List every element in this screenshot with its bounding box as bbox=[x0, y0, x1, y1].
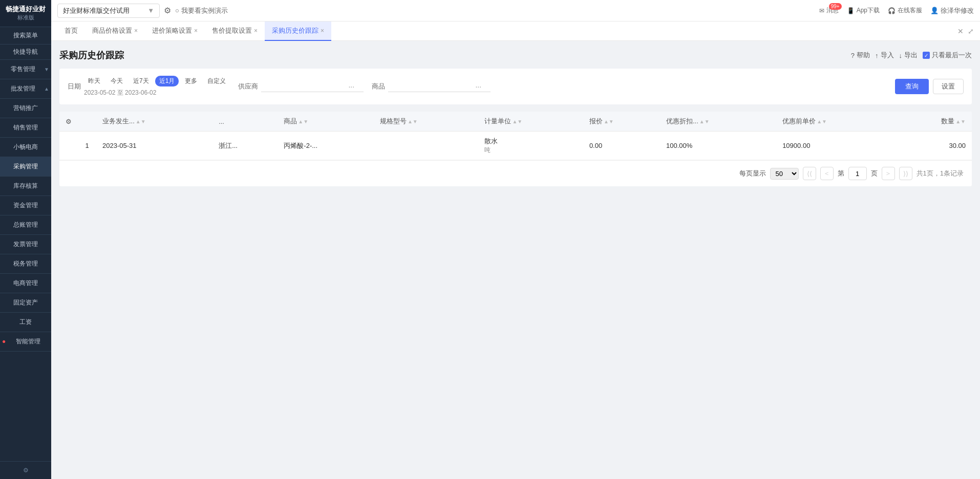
user-label: 徐泽华修改 bbox=[941, 6, 974, 15]
td-supplier: 浙江... bbox=[212, 132, 278, 160]
sidebar-item-payroll[interactable]: 工资 bbox=[0, 313, 51, 332]
date-filter-label: 日期 bbox=[68, 82, 81, 91]
sidebar-item-ecommerce-small-label: 小畅电商 bbox=[2, 143, 49, 151]
sidebar-item-general-ledger-label: 总账管理 bbox=[2, 221, 49, 229]
sidebar-item-sales-label: 销售管理 bbox=[2, 123, 49, 132]
headset-icon: 🎧 bbox=[888, 7, 896, 14]
sidebar-item-ecommerce[interactable]: 电商管理 bbox=[0, 274, 51, 293]
message-button[interactable]: ✉ 消息 99+ bbox=[819, 6, 839, 15]
tab-product-price[interactable]: 商品价格设置 × bbox=[85, 21, 145, 41]
sidebar-item-fixed-assets[interactable]: 固定资产 bbox=[0, 293, 51, 313]
page-prev-button[interactable]: ＜ bbox=[820, 167, 834, 180]
page-next-button[interactable]: ＞ bbox=[882, 167, 895, 180]
goods-more-icon[interactable]: ··· bbox=[475, 82, 481, 91]
tab-purchase-strategy[interactable]: 进价策略设置 × bbox=[145, 21, 205, 41]
th-spec-label: 规格型号 bbox=[380, 117, 407, 126]
sidebar-item-purchase-label: 采购管理 bbox=[2, 162, 49, 171]
demo-label: 我要看实例演示 bbox=[181, 6, 228, 15]
date-option-7days[interactable]: 近7天 bbox=[129, 76, 153, 86]
tab-purchase-strategy-close[interactable]: × bbox=[194, 27, 198, 34]
tab-sale-price[interactable]: 售价提取设置 × bbox=[205, 21, 265, 41]
sidebar-item-smart-mgmt[interactable]: ● 智能管理 bbox=[0, 332, 51, 352]
th-unit[interactable]: 计量单位 ▲▼ bbox=[478, 112, 583, 132]
page-first-button[interactable]: ⟨⟨ bbox=[803, 167, 816, 180]
message-icon: ✉ bbox=[819, 7, 824, 14]
help-button[interactable]: ? 帮助 bbox=[851, 51, 870, 60]
app-download-button[interactable]: 📱 App下载 bbox=[847, 6, 880, 15]
sidebar-item-general-ledger[interactable]: 总账管理 bbox=[0, 215, 51, 235]
tab-purchase-history[interactable]: 采购历史价跟踪 × bbox=[265, 21, 331, 41]
date-option-yesterday[interactable]: 昨天 bbox=[84, 76, 104, 86]
sidebar-settings[interactable]: ⚙ bbox=[0, 461, 51, 479]
supplier-input[interactable] bbox=[264, 82, 346, 90]
sort-icon-price: ▲▼ bbox=[604, 119, 614, 124]
sort-icon-quantity: ▲▼ bbox=[955, 119, 966, 124]
sidebar-item-retail[interactable]: 零售管理 ▼ bbox=[0, 60, 51, 79]
date-option-1month[interactable]: 近1月 bbox=[155, 76, 179, 86]
only-latest-checkbox[interactable]: ✓ 只看最后一次 bbox=[923, 51, 972, 60]
sidebar-item-marketing-label: 营销推广 bbox=[2, 104, 49, 113]
tab-product-price-label: 商品价格设置 bbox=[92, 26, 132, 35]
tab-product-price-close[interactable]: × bbox=[134, 27, 138, 34]
online-service-button[interactable]: 🎧 在线客服 bbox=[888, 6, 922, 15]
setting-button[interactable]: 设置 bbox=[933, 79, 964, 94]
tab-home-label: 首页 bbox=[65, 26, 78, 35]
goods-input-wrap: ··· bbox=[388, 81, 491, 92]
app-download-label: App下载 bbox=[857, 6, 880, 15]
page-last-button[interactable]: ⟩⟩ bbox=[899, 167, 912, 180]
th-pre-discount-price[interactable]: 优惠前单价 ▲▼ bbox=[776, 112, 895, 132]
export-button[interactable]: ↓ 导出 bbox=[899, 51, 918, 60]
user-menu[interactable]: 👤 徐泽华修改 bbox=[930, 6, 974, 15]
sidebar-item-purchase[interactable]: 采购管理 bbox=[0, 157, 51, 177]
date-option-today[interactable]: 今天 bbox=[106, 76, 127, 86]
sidebar-item-tax[interactable]: 税务管理 bbox=[0, 254, 51, 274]
th-date[interactable]: 业务发生... ▲▼ bbox=[96, 112, 212, 132]
filter-supplier: 供应商 ··· bbox=[238, 81, 364, 92]
th-date-label: 业务发生... bbox=[102, 117, 135, 126]
close-window-icon[interactable]: ✕ bbox=[957, 27, 964, 35]
th-pre-discount-label: 优惠前单价 bbox=[782, 117, 816, 126]
per-page-select[interactable]: 50 100 200 bbox=[770, 168, 799, 180]
page-header: 采购历史价跟踪 ? 帮助 ↑ 导入 ↓ 导出 ✓ 只看最后一次 bbox=[59, 49, 972, 61]
filter-bar: 日期 昨天 今天 近7天 近1月 更多 自定义 2023-05-02 至 202… bbox=[59, 69, 972, 104]
user-icon: 👤 bbox=[930, 7, 939, 14]
th-gear[interactable]: ⚙ bbox=[59, 112, 78, 132]
sidebar-item-finance[interactable]: 资金管理 bbox=[0, 196, 51, 215]
sidebar-item-sales[interactable]: 销售管理 bbox=[0, 118, 51, 138]
data-table-wrap: ⚙ 业务发生... ▲▼ ... 商品 ▲▼ bbox=[59, 112, 972, 186]
date-option-more[interactable]: 更多 bbox=[181, 76, 201, 86]
tab-home[interactable]: 首页 bbox=[57, 21, 85, 41]
sidebar-item-marketing[interactable]: 营销推广 bbox=[0, 99, 51, 118]
settings-icon[interactable]: ⚙ bbox=[164, 6, 171, 15]
date-option-custom[interactable]: 自定义 bbox=[203, 76, 230, 86]
query-button[interactable]: 查询 bbox=[895, 79, 929, 94]
expand-icon[interactable]: ⤢ bbox=[968, 27, 974, 35]
tab-bar: 首页 商品价格设置 × 进价策略设置 × 售价提取设置 × 采购历史价跟踪 × … bbox=[51, 21, 980, 41]
demo-link[interactable]: ○ 我要看实例演示 bbox=[175, 6, 228, 15]
sidebar-quick-nav[interactable]: 快捷导航 bbox=[0, 45, 51, 60]
th-discount[interactable]: 优惠折扣... ▲▼ bbox=[660, 112, 776, 132]
th-goods[interactable]: 商品 ▲▼ bbox=[278, 112, 374, 132]
td-price: 0.00 bbox=[583, 132, 660, 160]
goods-filter-label: 商品 bbox=[372, 82, 385, 91]
th-dots[interactable]: ... bbox=[212, 112, 278, 132]
sidebar-item-inventory[interactable]: 库存核算 bbox=[0, 177, 51, 196]
version-selector[interactable]: 好业财标准版交付试用 ▼ bbox=[57, 4, 160, 18]
tab-purchase-history-close[interactable]: × bbox=[321, 27, 324, 34]
th-spec[interactable]: 规格型号 ▲▼ bbox=[374, 112, 478, 132]
sidebar-item-wholesale[interactable]: 批发管理 ▲ bbox=[0, 79, 51, 99]
goods-input[interactable] bbox=[391, 82, 473, 90]
import-button[interactable]: ↑ 导入 bbox=[875, 51, 894, 60]
sidebar-item-invoice[interactable]: 发票管理 bbox=[0, 235, 51, 254]
th-price-label: 报价 bbox=[589, 117, 603, 126]
sort-icon-goods: ▲▼ bbox=[298, 119, 308, 124]
export-icon: ↓ bbox=[899, 52, 903, 59]
sidebar-search[interactable]: 搜索菜单 bbox=[0, 27, 51, 45]
sidebar-item-ecommerce-small[interactable]: 小畅电商 bbox=[0, 138, 51, 157]
th-price[interactable]: 报价 ▲▼ bbox=[583, 112, 660, 132]
supplier-more-icon[interactable]: ··· bbox=[348, 82, 354, 91]
date-options: 昨天 今天 近7天 近1月 更多 自定义 2023-05-02 至 2023-0… bbox=[84, 76, 230, 97]
page-number-input[interactable] bbox=[848, 167, 867, 180]
th-quantity[interactable]: 数量 ▲▼ bbox=[895, 112, 972, 132]
tab-sale-price-close[interactable]: × bbox=[254, 27, 258, 34]
